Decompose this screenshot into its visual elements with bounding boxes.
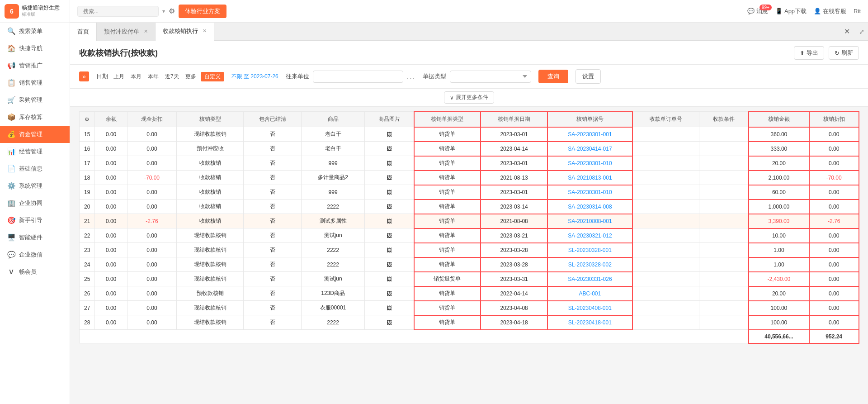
partner-dots[interactable]: ... <box>407 72 415 81</box>
bill-no-link[interactable]: SA-20210813-001 <box>568 175 612 181</box>
td-cancel-bill-no[interactable]: SA-20210813-001 <box>547 171 632 185</box>
sidebar-item-marketing[interactable]: 📢 营销推广 <box>0 57 70 74</box>
td-cancel-bill-type: 销货单 <box>414 200 481 214</box>
td-receipt-condition <box>699 127 749 142</box>
settings-button[interactable]: 设置 <box>576 69 601 84</box>
td-cancel-bill-no[interactable]: SL-20230328-001 <box>547 243 632 257</box>
th-cancel-bill-date: 核销单据日期 <box>481 112 547 127</box>
system-icon: ⚙️ <box>7 182 15 190</box>
td-cancel-bill-type: 销货单 <box>414 228 481 243</box>
td-no: 23 <box>80 243 95 257</box>
bill-no-link[interactable]: ABC-001 <box>579 290 601 297</box>
sidebar-item-sales[interactable]: 📋 销售管理 <box>0 74 70 91</box>
sidebar-item-quick-nav[interactable]: 🏠 快捷导航 <box>0 40 70 57</box>
td-receipt-condition <box>699 286 749 301</box>
td-cancel-bill-no[interactable]: SA-20230301-010 <box>547 185 632 200</box>
td-cancel-bill-no[interactable]: SL-20230328-002 <box>547 257 632 272</box>
tab-prepay[interactable]: 预付冲应付单 ✕ <box>97 23 156 41</box>
td-cancel-bill-no[interactable]: SA-20230314-008 <box>547 200 632 214</box>
sidebar-item-wechat[interactable]: 💬 企业微信 <box>0 246 70 263</box>
sidebar-item-member[interactable]: V 畅会员 <box>0 263 70 280</box>
refresh-button[interactable]: ↻ 刷新 <box>829 46 859 60</box>
bill-no-link[interactable]: SL-20230328-001 <box>568 247 612 253</box>
query-button[interactable]: 查询 <box>538 70 568 83</box>
sidebar-item-search[interactable]: 🔍 搜索菜单 <box>0 23 70 40</box>
table-header-row: ⚙ 余额 现金折扣 核销类型 包含已结清 商品 商品图片 核销单据类型 核销单据… <box>80 112 859 127</box>
date-this-year[interactable]: 本年 <box>146 72 160 81</box>
date-7days[interactable]: 近7天 <box>163 72 181 81</box>
td-cancel-bill-no[interactable]: SA-20210808-001 <box>547 214 632 228</box>
message-badge: 99+ <box>760 5 772 10</box>
bill-no-link[interactable]: SA-20230301-010 <box>568 189 612 195</box>
partner-input[interactable] <box>313 71 403 83</box>
td-cancel-type: 现结收款核销 <box>177 243 244 257</box>
td-cancel-bill-no[interactable]: SA-20230321-012 <box>547 228 632 243</box>
app-download-button[interactable]: 📱 App下载 <box>775 7 807 15</box>
expand-more-button[interactable]: ∨ 展开更多条件 <box>444 91 494 104</box>
filter-expand-button[interactable]: » <box>79 71 89 81</box>
tab-close-icon[interactable]: ✕ <box>203 28 207 34</box>
topbar-search-input[interactable] <box>77 6 159 17</box>
sidebar-item-hardware[interactable]: 🖥️ 智能硬件 <box>0 229 70 246</box>
tab-close-icon[interactable]: ✕ <box>144 29 148 34</box>
tab-home[interactable]: 首页 <box>70 23 97 41</box>
td-cancel-amount: 1.00 <box>749 243 809 257</box>
chevron-down-icon[interactable]: ▾ <box>162 8 165 14</box>
sidebar-item-system[interactable]: ⚙️ 系统管理 <box>0 177 70 195</box>
finance-icon: 💰 <box>7 130 15 138</box>
td-cancel-discount: 0.00 <box>809 185 859 200</box>
tabbar-close-button[interactable]: ✕ <box>839 27 855 36</box>
sidebar-item-enterprise[interactable]: 🏢 企业协同 <box>0 195 70 212</box>
sidebar-item-basic[interactable]: 📄 基础信息 <box>0 160 70 177</box>
tabbar-expand-button[interactable]: ⤢ <box>855 28 868 35</box>
td-cancel-amount: 1.00 <box>749 257 809 272</box>
bill-no-link[interactable]: SA-20210808-001 <box>568 218 612 224</box>
bill-no-link[interactable]: SA-20230414-017 <box>568 146 612 152</box>
bill-no-link[interactable]: SA-20230301-010 <box>568 160 612 166</box>
td-product-img: 🖼 <box>364 142 414 156</box>
online-service-button[interactable]: 👤 在线客服 <box>814 7 846 15</box>
date-last-month[interactable]: 上月 <box>112 72 126 81</box>
td-product: 123D商品 <box>302 286 364 301</box>
sidebar-item-finance[interactable]: 💰 资金管理 <box>0 126 70 143</box>
td-cancel-bill-no[interactable]: ABC-001 <box>547 286 632 301</box>
export-button[interactable]: ⬆ 导出 <box>794 46 824 60</box>
gear-icon[interactable]: ⚙ <box>169 7 175 15</box>
bill-no-link[interactable]: SL-20230408-001 <box>568 305 612 311</box>
td-cancel-bill-no[interactable]: SL-20230418-001 <box>547 315 632 330</box>
sidebar-item-inventory[interactable]: 📦 库存核算 <box>0 109 70 126</box>
td-receipt-condition <box>699 257 749 272</box>
message-button[interactable]: 💬 消息 99+ <box>747 7 768 15</box>
td-cancel-bill-no[interactable]: SA-20230301-001 <box>547 127 632 142</box>
sidebar-item-purchase[interactable]: 🛒 采购管理 <box>0 91 70 109</box>
td-cancel-bill-no[interactable]: SA-20230414-017 <box>547 142 632 156</box>
date-this-month[interactable]: 本月 <box>129 72 143 81</box>
td-cash-discount: -70.00 <box>127 171 177 185</box>
industry-solution-button[interactable]: 休验行业方案 <box>179 5 226 18</box>
td-cancel-discount: 0.00 <box>809 142 859 156</box>
td-no: 19 <box>80 185 95 200</box>
td-cancel-bill-no[interactable]: SA-20230301-010 <box>547 156 632 171</box>
td-cash-discount: 0.00 <box>127 286 177 301</box>
bill-no-link[interactable]: SL-20230328-002 <box>568 261 612 268</box>
bill-no-link[interactable]: SA-20230314-008 <box>568 204 612 210</box>
td-cancel-bill-date: 2023-03-31 <box>481 272 547 286</box>
bill-no-link[interactable]: SA-20230331-026 <box>568 276 612 282</box>
bill-no-link[interactable]: SL-20230418-001 <box>568 319 612 326</box>
basic-icon: 📄 <box>7 165 15 173</box>
td-cancel-bill-no[interactable]: SL-20230408-001 <box>547 301 632 315</box>
bill-no-link[interactable]: SA-20230301-001 <box>568 131 612 138</box>
sidebar-item-operation[interactable]: 📊 经营管理 <box>0 143 70 160</box>
page-header: 收款核销执行(按收款) ⬆ 导出 ↻ 刷新 <box>70 41 868 65</box>
bill-no-link[interactable]: SA-20230321-012 <box>568 233 612 239</box>
tab-collection[interactable]: 收款核销执行 ✕ <box>156 23 214 41</box>
date-custom-button[interactable]: 自定义 <box>201 72 224 81</box>
th-balance: 余额 <box>95 112 127 127</box>
td-cancel-bill-date: 2023-03-01 <box>481 156 547 171</box>
sidebar-item-newbie[interactable]: 🎯 新手引导 <box>0 212 70 229</box>
date-more[interactable]: 更多 <box>184 72 198 81</box>
bill-type-select[interactable] <box>450 71 531 83</box>
th-gear[interactable]: ⚙ <box>80 112 95 127</box>
td-cancel-bill-no[interactable]: SA-20230331-026 <box>547 272 632 286</box>
td-product-img: 🖼 <box>364 228 414 243</box>
